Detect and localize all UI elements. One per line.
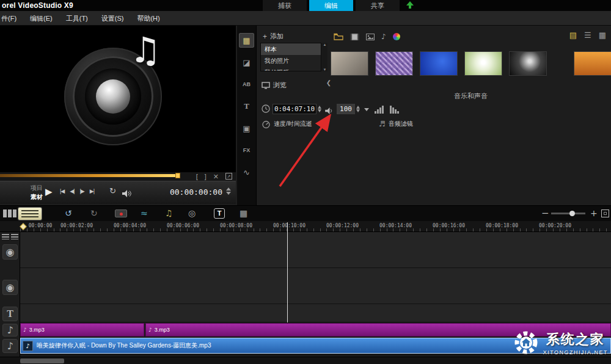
split-clip-icon[interactable]: ✕ — [213, 172, 219, 181]
preview-volume-icon[interactable] — [122, 189, 132, 200]
duration-down-icon[interactable] — [318, 109, 321, 112]
clip-mode-button[interactable]: 素材 — [31, 192, 43, 202]
overlay-track-row[interactable] — [20, 268, 611, 304]
sound-track-row[interactable]: ♪ 3.mp3 ♪ 3.mp3 — [20, 322, 611, 338]
overlay-track-icon[interactable]: ◉ — [2, 280, 18, 295]
filter-photo-icon[interactable] — [366, 34, 375, 40]
zoom-slider-thumb[interactable] — [569, 211, 575, 216]
media-thumbnail-6[interactable] — [574, 51, 611, 76]
menu-help[interactable]: 帮助(H) — [130, 11, 166, 26]
ripple-edit-icon[interactable] — [11, 234, 18, 239]
menu-file[interactable]: 件(F) — [0, 11, 23, 26]
timeline-view-button[interactable] — [18, 208, 42, 220]
audio-filter-button[interactable]: ♬ 音频滤镜 — [379, 120, 413, 128]
auto-music-icon[interactable]: ♫ — [165, 208, 173, 219]
zoom-out-icon[interactable]: − — [541, 208, 549, 219]
video-track-row[interactable] — [20, 232, 611, 268]
multi-trim-icon[interactable]: ▦ — [240, 208, 247, 219]
music-track-row[interactable]: ♪ 唯美旋律伴你入眠 - Down By The Salley Gardens-… — [20, 338, 611, 355]
filter-all-media-icon[interactable] — [393, 33, 400, 40]
motion-tracking-icon[interactable]: ◎ — [188, 208, 196, 219]
duration-up-icon[interactable] — [318, 106, 321, 109]
filter-fx-icon[interactable]: FX — [239, 143, 254, 158]
speed-timelapse-button[interactable]: 速度/时间流逝 — [262, 120, 312, 128]
timeline-scrollbar[interactable] — [0, 357, 611, 364]
menu-edit[interactable]: 编辑(E) — [23, 11, 59, 26]
scroll-down-icon[interactable]: ▼ — [323, 68, 327, 71]
video-track-icon[interactable]: ◉ — [2, 244, 18, 260]
thumbnail-view-icon[interactable]: ▦ — [599, 31, 606, 40]
previous-frame-icon[interactable]: ◀| — [70, 188, 74, 194]
menu-settings[interactable]: 设置(S) — [95, 11, 131, 26]
folder-item-my-photos[interactable]: 我的照片 — [261, 55, 321, 67]
redo-icon[interactable]: ↻ — [90, 208, 98, 219]
list-view-icon[interactable]: ☰ — [584, 31, 591, 40]
audio-clip-2[interactable]: ♪ 3.mp3 — [145, 323, 611, 337]
fade-in-icon[interactable] — [374, 105, 385, 116]
audio-clip-1[interactable]: ♪ 3.mp3 — [20, 323, 144, 337]
record-capture-icon[interactable] — [115, 209, 127, 217]
zoom-in-icon[interactable]: + — [590, 208, 598, 219]
media-thumbnail-2[interactable] — [375, 51, 413, 76]
browse-button[interactable]: 浏览 — [262, 81, 287, 90]
smart-list-view-icon[interactable]: ▤ — [569, 31, 577, 40]
motion-path-icon[interactable]: ∿ — [239, 165, 254, 180]
transition-ab-icon[interactable]: AB — [239, 77, 254, 92]
storyboard-view-icon[interactable] — [3, 209, 16, 217]
media-thumbnail-4[interactable] — [464, 51, 502, 76]
volume-down-icon[interactable] — [356, 109, 360, 112]
folder-item-samples[interactable]: 样本 — [261, 43, 321, 55]
timeline-zoom-slider[interactable] — [551, 213, 585, 214]
track-manager-icon[interactable] — [2, 234, 9, 239]
sound-mixer-icon[interactable]: ≈ — [141, 208, 148, 219]
mark-in-icon[interactable]: [ — [196, 172, 198, 181]
transitions-icon[interactable]: ◪ — [239, 55, 254, 70]
trim-handle[interactable] — [175, 173, 180, 178]
playhead-line[interactable] — [287, 222, 288, 322]
upgrade-arrow-icon[interactable] — [406, 1, 414, 9]
volume-up-icon[interactable] — [356, 106, 360, 109]
title-track-row[interactable] — [20, 304, 611, 322]
next-frame-icon[interactable]: |▶ — [80, 188, 84, 194]
tab-edit[interactable]: 编辑 — [309, 0, 353, 11]
scroll-up-icon[interactable]: ▲ — [323, 43, 327, 46]
go-to-end-icon[interactable]: ▶| — [90, 188, 94, 194]
mark-out-icon[interactable]: ] — [205, 172, 207, 181]
media-library-icon[interactable]: ▦ — [239, 33, 254, 48]
enlarge-preview-icon[interactable]: ↗ — [225, 173, 232, 180]
play-button[interactable]: ▶ — [45, 186, 53, 197]
filter-video-icon[interactable] — [350, 34, 359, 40]
title-icon[interactable]: T — [239, 99, 254, 114]
timecode-up-icon[interactable] — [226, 187, 231, 191]
import-folder-icon[interactable] — [334, 33, 343, 40]
project-mode-button[interactable]: 项目 — [31, 183, 43, 192]
tab-capture[interactable]: 捕获 — [263, 0, 307, 11]
folder-item-my-videos[interactable]: 我的视频 — [261, 67, 321, 71]
clip-volume-field[interactable]: 100 — [337, 104, 355, 114]
timeline-ruler[interactable]: 00:00:00 00:00:02:00 00:00:04:00 00:00:0… — [0, 221, 611, 232]
music-track-icon[interactable]: ♪ — [2, 339, 18, 353]
add-folder-button[interactable]: + 添加 — [263, 32, 284, 41]
graphics-icon[interactable]: ▣ — [239, 121, 254, 136]
loop-playback-icon[interactable]: ↻ — [109, 186, 116, 195]
sound-track-icon[interactable]: ♪ — [2, 324, 18, 337]
undo-icon[interactable]: ↺ — [65, 208, 72, 219]
filter-audio-icon[interactable]: ♪ — [381, 32, 386, 41]
media-thumbnail-3[interactable] — [420, 51, 458, 76]
volume-dropdown-icon[interactable] — [364, 108, 369, 111]
title-track-icon[interactable]: T — [2, 307, 18, 321]
fit-timeline-icon[interactable] — [601, 209, 609, 217]
media-thumbnail-1[interactable] — [331, 51, 368, 76]
subtitle-editor-icon[interactable]: T — [214, 208, 225, 219]
go-to-start-icon[interactable]: |◀ — [60, 188, 64, 194]
timecode-down-icon[interactable] — [226, 192, 231, 195]
selected-music-clip[interactable]: ♪ 唯美旋律伴你入眠 - Down By The Salley Gardens-… — [20, 338, 611, 354]
timeline-scrollbar-thumb[interactable] — [20, 359, 64, 363]
fade-out-icon[interactable] — [389, 105, 400, 116]
tab-share[interactable]: 共享 — [356, 0, 400, 11]
menu-tools[interactable]: 工具(T) — [59, 11, 95, 26]
trim-progress-bar[interactable] — [0, 174, 177, 177]
clip-duration-field[interactable]: 0:04:07:10 — [273, 104, 316, 114]
media-thumbnail-5[interactable] — [509, 51, 547, 76]
collapse-panel-icon[interactable]: ❮ — [325, 79, 332, 88]
